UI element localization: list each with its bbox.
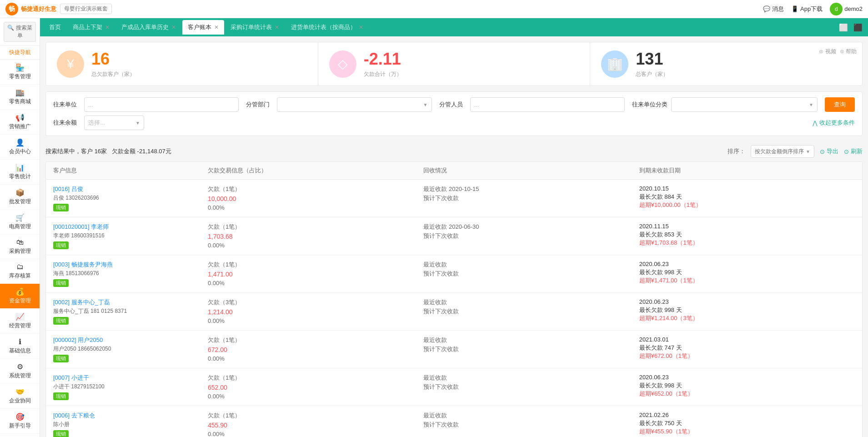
sidebar-item-ecommerce[interactable]: 🛒 电商管理 (0, 210, 40, 235)
sidebar-item-batch-mgmt[interactable]: 📦 批发管理 (0, 185, 40, 210)
customer-name[interactable]: [0003] 畅捷服务尹海燕 (53, 261, 208, 269)
sidebar-item-guide[interactable]: 🎯 新手引导 (0, 409, 40, 434)
stat-icon-debt-amount: ◇ (329, 50, 356, 78)
refresh-btn[interactable]: ⊙ 刷新 (844, 147, 863, 156)
sidebar-item-retail-mgmt[interactable]: 🏪 零售管理 (0, 60, 40, 85)
tab-close-purchase-product-stats[interactable]: ✕ (359, 24, 363, 30)
export-btn[interactable]: ⊙ 导出 (820, 147, 838, 156)
store-selector[interactable]: 母婴行业演示账套 (60, 4, 112, 14)
tab-purchase-stats[interactable]: 采购订单统计表 ✕ (225, 20, 285, 35)
enterprise-icon: 🤝 (2, 387, 38, 396)
collapse-filter-btn[interactable]: ⋀ 收起更多条件 (813, 119, 855, 127)
system-icon: ⚙ (2, 362, 38, 371)
sidebar-item-label: 营销推广 (2, 123, 38, 131)
customer-fullname: 用户2050 (78, 337, 103, 343)
overdue-amount[interactable]: 超期¥1,703.68（1笔） (639, 239, 698, 246)
overdue-amount[interactable]: 超期¥1,471.00（1笔） (639, 277, 698, 284)
sidebar-item-system[interactable]: ⚙ 系统管理 (0, 359, 40, 384)
filter-balance-select[interactable]: 选择... ▼ (84, 116, 144, 130)
sidebar-item-label: 零售管理 (2, 73, 38, 80)
debt-info-cell: 欠款（1笔） 455.90 0.00% (208, 412, 423, 437)
overdue-amount[interactable]: 超期¥455.90（1笔） (639, 428, 693, 435)
video-help-btn[interactable]: ⊙ 视频 (819, 48, 836, 55)
filter-dept-label: 分管部门 (246, 100, 273, 109)
customer-info-cell: [0003] 畅捷服务尹海燕 海燕 18513066976 现销 (53, 261, 208, 287)
customer-tag: 现销 (53, 279, 69, 287)
sidebar-item-marketing[interactable]: 📢 营销推广 (0, 110, 40, 135)
tab-customer-account[interactable]: 客户账本 ✕ (182, 20, 224, 35)
tab-close-customer-account[interactable]: ✕ (214, 24, 219, 30)
overdue-amount[interactable]: 超期¥672.00（1笔） (639, 352, 693, 359)
customer-name[interactable]: [0007] 小进干 (53, 374, 208, 382)
filter-dept-select[interactable]: ▼ (277, 97, 431, 112)
sidebar-item-enterprise[interactable]: 🤝 企业协同 (0, 384, 40, 409)
stat-icon-total: 🏢 (601, 50, 628, 78)
customer-name[interactable]: [0006] 去下粮仓 (53, 412, 208, 420)
overdue-days: 最长欠款 998 天 (639, 382, 855, 390)
tab-minimize-btn[interactable]: ⬜ (837, 22, 850, 33)
tab-bar: 首页 商品上下架 ✕ 产成品入库单历史 ✕ 客户账本 ✕ 采购订单统计表 ✕ (40, 18, 868, 36)
stat-label-total-customers: 总客户（家） (636, 70, 668, 78)
table-row: [0006] 去下粮仓 陈小册 现销 欠款（1笔） 455.90 0.00% (46, 406, 862, 437)
sidebar-item-purchase[interactable]: 🛍 采购管理 (0, 235, 40, 259)
customer-fullname: 去下粮仓 (71, 412, 95, 419)
content-area: 首页 商品上下架 ✕ 产成品入库单历史 ✕ 客户账本 ✕ 采购订单统计表 ✕ (40, 18, 868, 437)
sidebar-item-app-center[interactable]: 📱 应用中心 (0, 434, 40, 437)
app-download-btn[interactable]: 📱 App下载 (791, 5, 823, 13)
overdue-amount[interactable]: 超期¥1,214.00（3笔） (639, 315, 698, 321)
overdue-date-cell: 2021.02.26 最长欠款 750 天 超期¥455.90（1笔） (639, 412, 855, 436)
overdue-amount[interactable]: 超期¥10,000.00（1笔） (639, 201, 702, 208)
filter-from-unit-input[interactable]: ... (84, 97, 239, 112)
overdue-days: 最长欠款 747 天 (639, 344, 855, 352)
result-count: 搜索结果中，客户 16家 欠款金额 -21,148.07元 (45, 147, 171, 156)
customer-info-cell: [0007] 小进干 小进干 18279152100 现销 (53, 374, 208, 400)
table-row: [000002] 用户2050 用户2050 18665062050 现销 欠款… (46, 331, 862, 368)
tab-purchase-product-stats[interactable]: 进货单统计表（按商品） ✕ (286, 20, 369, 35)
filter-manager-input[interactable]: ... (470, 97, 625, 112)
overdue-days: 最长欠款 750 天 (639, 419, 855, 427)
overdue-days: 最长欠款 998 天 (639, 306, 855, 314)
customer-code: [0001020001] (53, 223, 90, 230)
sidebar-item-member[interactable]: 👤 会员中心 (0, 135, 40, 160)
sort-select[interactable]: 按欠款金额倒序排序 ▼ (751, 145, 814, 158)
tab-home[interactable]: 首页 (44, 20, 66, 35)
customer-fullname: 服务中心_丁磊 (71, 299, 110, 306)
tab-label: 采购订单统计表 (231, 23, 272, 31)
tab-maximize-btn[interactable]: ⬛ (852, 22, 864, 33)
filter-unit-category-select[interactable]: ▼ (671, 97, 818, 112)
user-profile[interactable]: d demo2 (830, 3, 863, 15)
debt-info-cell: 欠款（1笔） 10,000.00 0.00% (208, 185, 423, 211)
sidebar-item-ops-mgmt[interactable]: 📈 经营管理 (0, 309, 40, 334)
sidebar-item-retail-stat[interactable]: 📊 零售统计 (0, 160, 40, 185)
overdue-amount[interactable]: 超期¥652.00（1笔） (639, 390, 693, 397)
collapse-label: 收起更多条件 (819, 119, 855, 127)
tab-close-product-history[interactable]: ✕ (171, 24, 176, 30)
customer-name[interactable]: [0016] 吕俊 (53, 185, 208, 193)
tab-close-product-status[interactable]: ✕ (105, 24, 110, 30)
sidebar-item-retail-mall[interactable]: 🏬 零售商城 (0, 85, 40, 110)
tab-product-history[interactable]: 产成品入库单历史 ✕ (116, 20, 181, 35)
tab-close-purchase-stats[interactable]: ✕ (275, 24, 279, 30)
overdue-date: 2021.03.01 (639, 336, 855, 343)
help-btn[interactable]: ⊙ 帮助 (840, 48, 857, 55)
overdue-days: 最长欠款 998 天 (639, 268, 855, 276)
payback-status-cell: 最近收款 2020-10-15 预计下次收款 (423, 185, 639, 202)
sidebar-item-basic-info[interactable]: ℹ 基础信息 (0, 334, 40, 359)
sidebar-item-finance[interactable]: 💰 资金管理 (0, 284, 40, 309)
debt-percent: 0.00% (208, 355, 423, 362)
inventory-icon: 🗂 (2, 263, 38, 271)
debt-amount-cell: 1,214.00 (208, 308, 423, 316)
message-btn[interactable]: 💬 消息 (763, 5, 784, 13)
customer-name[interactable]: [0001020001] 李老师 (53, 223, 208, 231)
sidebar-search-btn[interactable]: 🔍 搜索菜单 (4, 22, 36, 42)
filter-from-unit-label: 往来单位 (53, 100, 80, 109)
customer-code: [0016] (53, 186, 70, 192)
tab-product-status[interactable]: 商品上下架 ✕ (67, 20, 115, 35)
sidebar-item-inventory[interactable]: 🗂 库存核算 (0, 259, 40, 284)
sidebar-item-label: 企业协同 (2, 397, 38, 405)
query-btn[interactable]: 查询 (825, 97, 855, 112)
customer-name[interactable]: [0002] 服务中心_丁磊 (53, 298, 208, 306)
quick-nav[interactable]: 快捷导航 (0, 46, 40, 60)
customer-name[interactable]: [000002] 用户2050 (53, 336, 208, 344)
customer-code: [0007] (53, 374, 70, 381)
